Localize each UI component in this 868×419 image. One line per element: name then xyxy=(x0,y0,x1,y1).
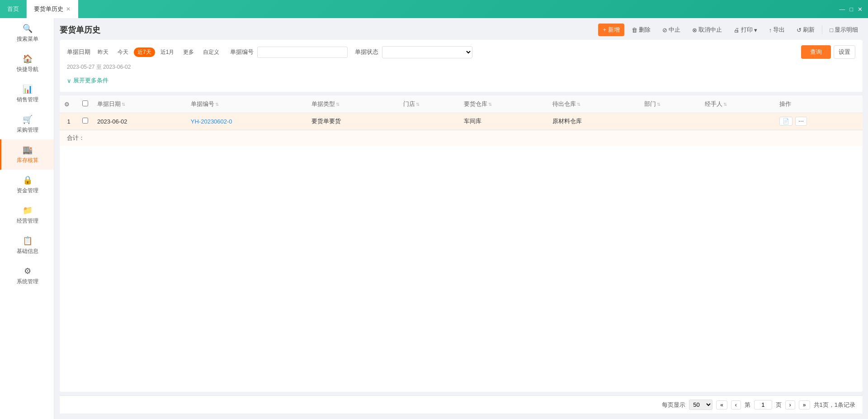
expand-more-row: ∨ 展开更多条件 xyxy=(67,75,855,86)
expand-more-btn[interactable]: ∨ 展开更多条件 xyxy=(67,75,108,86)
sidebar-item-operation[interactable]: 📁 经营管理 xyxy=(0,200,54,230)
sidebar-item-finance[interactable]: 🔒 资金管理 xyxy=(0,170,54,200)
toolbar: + 新增 🗑 删除 ⊘ 中止 ⊗ 取消中止 🖨 打印 ▾ xyxy=(598,24,863,36)
td-order-type: 要货单要货 xyxy=(307,113,399,130)
date-shortcut-more[interactable]: 更多 xyxy=(179,48,198,57)
sidebar-item-base-info[interactable]: 📋 基础信息 xyxy=(0,230,54,261)
date-filter-label: 单据日期 xyxy=(67,48,90,56)
table-area: ⚙ 单据日期⇅ 单据编号⇅ 单据类型⇅ 门店⇅ 要货仓库⇅ 待出仓库⇅ 部门⇅ … xyxy=(60,95,863,392)
stop-button[interactable]: ⊘ 中止 xyxy=(658,24,685,36)
sidebar-item-sales[interactable]: 📊 销售管理 xyxy=(0,79,54,109)
maximize-btn[interactable]: □ xyxy=(849,6,853,13)
sidebar-item-quick-nav[interactable]: 🏠 快捷导航 xyxy=(0,48,54,79)
td-pending-warehouse: 原材料仓库 xyxy=(548,113,640,130)
new-button[interactable]: + 新增 xyxy=(598,24,624,36)
page-title: 要货单历史 xyxy=(60,24,100,35)
print-button[interactable]: 🖨 打印 ▾ xyxy=(729,24,762,36)
finance-icon: 🔒 xyxy=(23,175,33,185)
close-btn[interactable]: ✕ xyxy=(858,6,863,13)
page-number-input[interactable] xyxy=(754,400,772,409)
settings-filter-button[interactable]: 设置 xyxy=(834,45,855,59)
sidebar-item-search-menu[interactable]: 🔍 搜索菜单 xyxy=(0,18,54,48)
th-date[interactable]: 单据日期⇅ xyxy=(93,95,186,113)
sidebar-label-finance: 资金管理 xyxy=(17,187,38,195)
page-label: 第 xyxy=(745,401,750,409)
th-store[interactable]: 门店⇅ xyxy=(399,95,459,113)
status-select[interactable] xyxy=(382,46,472,58)
td-order-no[interactable]: YH-20230602-0 xyxy=(186,113,307,130)
per-page-select[interactable]: 50 10 20 100 xyxy=(689,400,712,410)
order-no-input[interactable] xyxy=(257,47,348,58)
first-page-btn[interactable]: « xyxy=(716,400,727,409)
minimize-btn[interactable]: — xyxy=(839,6,845,13)
table-footer: 合计： xyxy=(60,130,863,146)
td-checkbox[interactable] xyxy=(78,113,93,130)
sidebar-label-quick-nav: 快捷导航 xyxy=(17,66,38,73)
cancel-stop-button[interactable]: ⊗ 取消中止 xyxy=(688,24,726,36)
date-shortcut-yesterday[interactable]: 昨天 xyxy=(94,48,112,57)
row-checkbox[interactable] xyxy=(82,118,88,124)
inventory-icon: 🏬 xyxy=(23,145,33,155)
th-order-type[interactable]: 单据类型⇅ xyxy=(307,95,399,113)
next-page-btn[interactable]: › xyxy=(785,400,795,409)
stop-icon: ⊘ xyxy=(662,27,667,33)
row-edit-btn[interactable]: 📄 xyxy=(779,117,793,126)
chevron-down-icon: ∨ xyxy=(67,77,71,84)
page-header: 要货单历史 + 新增 🗑 删除 ⊘ 中止 ⊗ 取消中止 🖨 xyxy=(60,24,863,36)
search-button[interactable]: 查询 xyxy=(801,45,831,59)
sidebar-label-base-info: 基础信息 xyxy=(17,248,38,255)
top-bar-tabs: 首页 要货单历史 ✕ xyxy=(0,0,78,18)
th-pending-warehouse[interactable]: 待出仓库⇅ xyxy=(548,95,640,113)
pagination-bar: 每页显示 50 10 20 100 « ‹ 第 页 › » 共1页，1条记录 xyxy=(60,395,863,414)
top-bar-right: — □ ✕ xyxy=(839,6,868,13)
display-detail-icon: □ xyxy=(830,27,833,33)
order-no-filter-group: 单据编号 xyxy=(230,47,348,58)
date-shortcut-today[interactable]: 今天 xyxy=(114,48,132,57)
last-page-btn[interactable]: » xyxy=(799,400,810,409)
date-shortcut-1month[interactable]: 近1月 xyxy=(157,48,178,57)
th-department[interactable]: 部门⇅ xyxy=(640,95,700,113)
refresh-button[interactable]: ↺ 刷新 xyxy=(792,24,819,36)
tab-order-history[interactable]: 要货单历史 ✕ xyxy=(27,0,78,18)
sort-store-icon: ⇅ xyxy=(416,102,420,107)
order-no-link[interactable]: YH-20230602-0 xyxy=(191,118,232,125)
filter-buttons: 查询 设置 xyxy=(801,45,855,59)
status-filter-group: 单据状态 xyxy=(355,46,472,58)
td-handler xyxy=(700,113,775,130)
sidebar-label-search-menu: 搜索菜单 xyxy=(17,35,38,43)
sidebar-item-purchase[interactable]: 🛒 采购管理 xyxy=(0,109,54,139)
sidebar-label-system: 系统管理 xyxy=(17,278,38,286)
prev-page-btn[interactable]: ‹ xyxy=(731,400,741,409)
row-more-btn[interactable]: ⋯ xyxy=(795,117,807,126)
th-settings[interactable]: ⚙ xyxy=(60,95,78,113)
main-layout: 🔍 搜索菜单 🏠 快捷导航 📊 销售管理 🛒 采购管理 🏬 库存核算 🔒 资金管… xyxy=(0,18,868,419)
th-handler[interactable]: 经手人⇅ xyxy=(700,95,775,113)
sidebar-label-purchase: 采购管理 xyxy=(17,126,38,134)
export-icon: ↑ xyxy=(769,27,772,33)
th-req-warehouse[interactable]: 要货仓库⇅ xyxy=(459,95,548,113)
date-shortcut-custom[interactable]: 自定义 xyxy=(199,48,223,57)
close-tab-icon[interactable]: ✕ xyxy=(66,6,71,12)
top-bar: 首页 要货单历史 ✕ — □ ✕ xyxy=(0,0,868,18)
sidebar-item-system[interactable]: ⚙ 系统管理 xyxy=(0,261,54,291)
th-checkbox[interactable] xyxy=(78,95,93,113)
sort-order-type-icon: ⇅ xyxy=(336,102,340,107)
tab-home[interactable]: 首页 xyxy=(0,0,27,18)
delete-icon: 🗑 xyxy=(632,27,637,33)
status-label: 单据状态 xyxy=(355,48,378,56)
select-all-checkbox[interactable] xyxy=(82,100,88,106)
sales-icon: 📊 xyxy=(23,84,33,94)
td-date: 2023-06-02 xyxy=(93,113,186,130)
display-detail-button[interactable]: □ 显示明细 xyxy=(825,24,863,36)
th-order-no[interactable]: 单据编号⇅ xyxy=(186,95,307,113)
toolbar-divider xyxy=(822,25,822,34)
sidebar: 🔍 搜索菜单 🏠 快捷导航 📊 销售管理 🛒 采购管理 🏬 库存核算 🔒 资金管… xyxy=(0,18,54,419)
content-area: 要货单历史 + 新增 🗑 删除 ⊘ 中止 ⊗ 取消中止 🖨 xyxy=(54,18,868,419)
sidebar-item-inventory[interactable]: 🏬 库存核算 xyxy=(0,139,54,170)
system-icon: ⚙ xyxy=(24,266,31,276)
export-button[interactable]: ↑ 导出 xyxy=(764,24,790,36)
td-store xyxy=(399,113,459,130)
sidebar-label-sales: 销售管理 xyxy=(17,96,38,104)
date-shortcut-7days[interactable]: 近7天 xyxy=(134,48,155,57)
delete-button[interactable]: 🗑 删除 xyxy=(627,24,655,36)
